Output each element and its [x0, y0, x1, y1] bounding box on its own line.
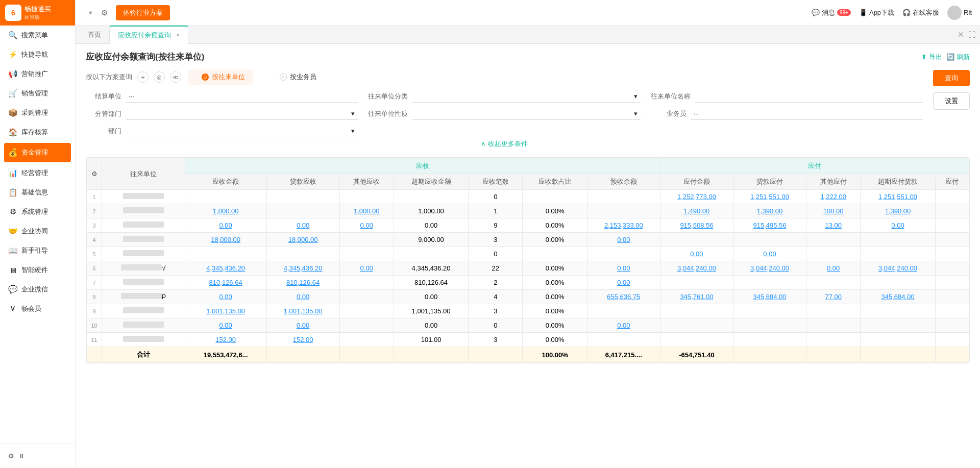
row-yf-amount-link[interactable]: 3,044,240.00 — [677, 264, 716, 272]
sidebar-item-hardware[interactable]: 🖥 智能硬件 — [0, 260, 75, 280]
row-ys-amount-link[interactable]: 4,345,436.20 — [206, 264, 245, 272]
row-yf-overdue[interactable]: 0.00 — [861, 218, 935, 233]
row-yf-other-link[interactable]: 1,222.00 — [820, 193, 846, 201]
row-yf-overdue[interactable]: 3,044,240.00 — [861, 261, 935, 276]
online-service-button[interactable]: 🎧 在线客服 — [902, 8, 939, 17]
row-ys-amount-link[interactable]: 18,000.00 — [211, 236, 240, 243]
messages-button[interactable]: 💬 消息 99+ — [812, 8, 851, 17]
row-ys-amount-link[interactable]: 0.00 — [219, 221, 232, 229]
filter-settlement-input[interactable]: ··· — [126, 90, 358, 103]
sidebar-item-system[interactable]: ⚙ 系统管理 — [0, 202, 75, 221]
row-yf-overdue-link[interactable]: 0.00 — [891, 221, 904, 229]
row-yf-loan[interactable]: 915,495.56 — [733, 218, 806, 233]
row-ys-amount[interactable]: 0.00 — [185, 290, 266, 304]
row-ys-other-link[interactable]: 0.00 — [360, 264, 373, 272]
row-ys-prepay[interactable]: 0.00 — [587, 261, 660, 276]
export-button[interactable]: ⬆ 导出 — [921, 53, 942, 62]
filter-department-select[interactable]: ▾ — [126, 125, 358, 137]
sidebar-item-marketing[interactable]: 📢 营销推广 — [0, 64, 75, 84]
row-yf-other[interactable]: 13.00 — [806, 218, 861, 233]
sidebar-item-wechat[interactable]: 💬 企业微信 — [0, 280, 75, 299]
row-yf-amount-link[interactable]: 1,490.00 — [684, 207, 710, 215]
filter-salesperson-input[interactable]: ··· — [691, 108, 923, 120]
row-ys-amount-link[interactable]: 1,001,135.00 — [206, 307, 245, 315]
query-button[interactable]: 查询 — [933, 70, 970, 86]
row-yf-amount-link[interactable]: 1,252,773.00 — [677, 193, 716, 201]
filter-add-button[interactable]: + — [137, 71, 149, 83]
app-download-button[interactable]: 📱 App下载 — [859, 8, 894, 17]
row-yf-amount-link[interactable]: 0.00 — [690, 250, 703, 258]
row-yf-loan-link[interactable]: 3,044,240.00 — [750, 264, 789, 272]
tab-close-all[interactable]: ✕ — [958, 30, 964, 39]
sidebar-item-sales[interactable]: 🛒 销售管理 — [0, 84, 75, 103]
row-yf-amount[interactable]: 1,252,773.00 — [660, 190, 733, 204]
row-yf-loan-link[interactable]: 1,390.00 — [757, 207, 783, 215]
row-yf-loan[interactable]: 1,251,551.00 — [733, 190, 806, 204]
row-yf-amount-link[interactable]: 345,761.00 — [680, 293, 713, 301]
row-ys-prepay-link[interactable]: 0.00 — [617, 322, 630, 329]
row-ys-loan-link[interactable]: 1,001,135.00 — [284, 307, 323, 315]
filter-partner-name-input[interactable] — [695, 90, 923, 103]
sidebar-item-basic-info[interactable]: 📋 基础信息 — [0, 183, 75, 202]
row-yf-other[interactable]: 77.00 — [806, 290, 861, 304]
tab-fullscreen[interactable]: ⛶ — [968, 30, 976, 39]
row-yf-overdue[interactable]: 1,251,551.00 — [861, 190, 935, 204]
row-ys-other[interactable]: 1,000.00 — [339, 204, 394, 218]
row-yf-loan[interactable]: 3,044,240.00 — [733, 261, 806, 276]
row-yf-amount[interactable]: 3,044,240.00 — [660, 261, 733, 276]
row-yf-other-link[interactable]: 100.00 — [823, 207, 844, 215]
row-ys-amount[interactable]: 1,000.00 — [185, 204, 266, 218]
user-avatar[interactable]: Rit — [947, 6, 972, 20]
tab-ar-query[interactable]: 应收应付余额查询 × — [109, 26, 188, 44]
row-yf-loan-link[interactable]: 915,495.56 — [753, 221, 786, 229]
row-ys-amount-link[interactable]: 152.00 — [215, 336, 236, 343]
sidebar-item-quick-nav[interactable]: ⚡ 快捷导航 — [0, 45, 75, 64]
row-ys-prepay[interactable]: 2,153,333.00 — [587, 218, 660, 233]
row-yf-overdue-link[interactable]: 1,390.00 — [885, 207, 911, 215]
row-yf-other-link[interactable]: 13.00 — [825, 221, 842, 229]
collapse-bar[interactable]: ∧ 收起更多条件 — [86, 137, 923, 151]
row-ys-amount-link[interactable]: 0.00 — [219, 293, 232, 301]
row-ys-loan[interactable]: 810,126.64 — [266, 276, 339, 290]
row-yf-loan-link[interactable]: 0.00 — [763, 250, 776, 258]
row-yf-overdue-link[interactable]: 1,251,551.00 — [878, 193, 917, 201]
row-yf-loan[interactable]: 1,390.00 — [733, 204, 806, 218]
filter-partner-cat-select[interactable]: ▾ — [412, 90, 640, 103]
sub-item-by-partner[interactable]: ⊙ 按往来单位 — [188, 69, 253, 85]
sidebar-item-purchase[interactable]: 📦 采购管理 — [0, 103, 75, 122]
row-ys-loan[interactable]: 18,000.00 — [266, 233, 339, 247]
row-ys-loan[interactable]: 152.00 — [266, 333, 339, 347]
row-ys-loan-link[interactable]: 4,345,436.20 — [284, 264, 323, 272]
sidebar-item-search[interactable]: 🔍 搜索菜单 — [0, 26, 75, 45]
row-yf-other[interactable]: 1,222.00 — [806, 190, 861, 204]
row-ys-amount[interactable]: 18,000.00 — [185, 233, 266, 247]
row-yf-amount[interactable]: 915,508.56 — [660, 218, 733, 233]
trial-btn[interactable]: 体验行业方案 — [116, 5, 170, 20]
tab-home[interactable]: 首页 — [80, 26, 109, 44]
table-wrapper[interactable]: ⚙ 往来单位 应收 应付 应收金额 贷款应收 其他应收 超期应收金额 应收笔数 … — [86, 157, 970, 363]
row-yf-overdue-link[interactable]: 3,044,240.00 — [878, 264, 917, 272]
sidebar-bottom-settings[interactable]: ⚙ ⏸ — [0, 448, 75, 464]
row-ys-other-link[interactable]: 1,000.00 — [354, 207, 380, 215]
row-ys-loan-link[interactable]: 0.00 — [297, 293, 309, 301]
row-ys-prepay-link[interactable]: 0.00 — [617, 236, 630, 243]
row-ys-prepay-link[interactable]: 0.00 — [617, 279, 630, 286]
row-ys-prepay-link[interactable]: 2,153,333.00 — [604, 221, 643, 229]
refresh-button[interactable]: 🔄 刷新 — [946, 53, 970, 62]
row-ys-amount[interactable]: 810,126.64 — [185, 276, 266, 290]
row-yf-overdue[interactable]: 345,684.00 — [861, 290, 935, 304]
row-ys-loan-link[interactable]: 152.00 — [293, 336, 313, 343]
row-ys-loan[interactable]: 0.00 — [266, 290, 339, 304]
row-ys-amount[interactable]: 1,001,135.00 — [185, 304, 266, 318]
row-ys-amount[interactable]: 0.00 — [185, 318, 266, 333]
row-ys-loan[interactable]: 0.00 — [266, 318, 339, 333]
row-ys-loan[interactable]: 1,001,135.00 — [266, 304, 339, 318]
row-ys-other[interactable]: 0.00 — [339, 218, 394, 233]
row-yf-loan[interactable]: 0.00 — [733, 247, 806, 261]
row-yf-amount[interactable]: 0.00 — [660, 247, 733, 261]
row-ys-prepay-link[interactable]: 0.00 — [617, 264, 630, 272]
row-yf-amount[interactable]: 345,761.00 — [660, 290, 733, 304]
row-yf-other[interactable]: 100.00 — [806, 204, 861, 218]
row-ys-amount-link[interactable]: 0.00 — [219, 322, 232, 329]
row-ys-amount-link[interactable]: 1,000.00 — [213, 207, 239, 215]
